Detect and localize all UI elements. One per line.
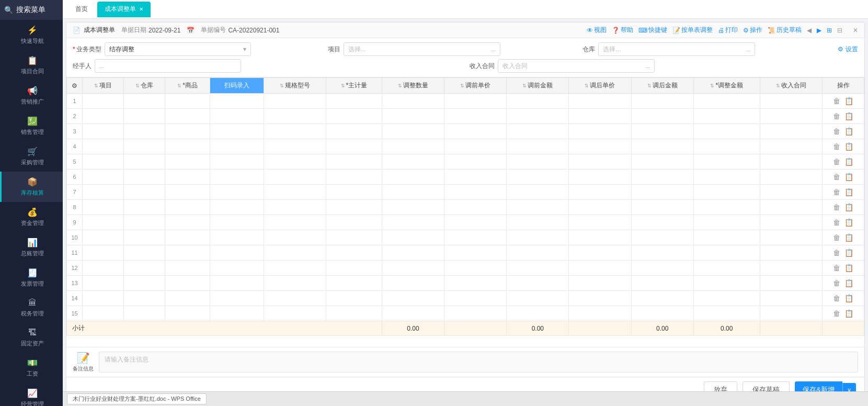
- cell-unit[interactable]: [326, 230, 382, 245]
- cell-project[interactable]: [83, 109, 124, 124]
- panel-close-icon[interactable]: ✕: [853, 27, 858, 34]
- cell-unit[interactable]: [326, 306, 382, 321]
- cell-project[interactable]: [83, 170, 124, 185]
- cell-adjust-qty[interactable]: [382, 185, 444, 200]
- cell-adjust-amount[interactable]: [693, 276, 760, 291]
- cell-before-amount[interactable]: [507, 200, 569, 215]
- sidebar-item-fund-management[interactable]: 💰资金管理: [0, 202, 63, 232]
- cell-unit[interactable]: [326, 245, 382, 261]
- cell-warehouse[interactable]: [123, 109, 165, 124]
- sidebar-search[interactable]: 🔍 搜索菜单: [0, 0, 63, 20]
- sidebar-item-sales-management[interactable]: 💹销售管理: [0, 111, 63, 141]
- delete-row-icon[interactable]: 🗑: [832, 308, 841, 319]
- delete-row-icon[interactable]: 🗑: [832, 187, 841, 197]
- copy-row-icon[interactable]: 📋: [843, 217, 854, 228]
- cell-income-contract[interactable]: [760, 185, 822, 200]
- cell-scan-input[interactable]: [210, 170, 264, 185]
- cell-adjust-qty[interactable]: [382, 215, 444, 230]
- cell-after-unit-price[interactable]: [569, 154, 631, 170]
- copy-row-icon[interactable]: 📋: [843, 278, 854, 288]
- cell-unit[interactable]: [326, 170, 382, 185]
- cell-before-unit-price[interactable]: [444, 306, 507, 321]
- calendar-icon[interactable]: 📅: [187, 27, 195, 34]
- cell-scan-input[interactable]: [210, 306, 264, 321]
- cell-before-amount[interactable]: [507, 306, 569, 321]
- cell-project[interactable]: [83, 94, 124, 109]
- cell-adjust-qty[interactable]: [382, 291, 444, 306]
- cell-project[interactable]: [83, 200, 124, 215]
- cell-warehouse[interactable]: [123, 306, 165, 321]
- delete-row-icon[interactable]: 🗑: [832, 156, 841, 167]
- cell-before-unit-price[interactable]: [444, 185, 507, 200]
- sidebar-item-inventory-accounting[interactable]: 📦库存核算: [0, 172, 63, 202]
- help-action[interactable]: ❓ 帮助: [612, 26, 633, 35]
- cell-spec[interactable]: [264, 200, 326, 215]
- cell-warehouse[interactable]: [123, 245, 165, 261]
- delete-row-icon[interactable]: 🗑: [832, 232, 841, 243]
- cell-spec[interactable]: [264, 306, 326, 321]
- cell-adjust-amount[interactable]: [693, 109, 760, 124]
- cell-after-amount[interactable]: [631, 185, 693, 200]
- cell-warehouse[interactable]: [123, 276, 165, 291]
- cell-adjust-amount[interactable]: [693, 139, 760, 154]
- cell-after-amount[interactable]: [631, 276, 693, 291]
- history-action[interactable]: 📜 历史草稿: [768, 26, 802, 35]
- cell-product[interactable]: [165, 261, 210, 276]
- cell-project[interactable]: [83, 185, 124, 200]
- cell-adjust-qty[interactable]: [382, 109, 444, 124]
- copy-row-icon[interactable]: 📋: [843, 96, 854, 106]
- cell-adjust-qty[interactable]: [382, 154, 444, 170]
- cell-before-unit-price[interactable]: [444, 245, 507, 261]
- delete-row-icon[interactable]: 🗑: [832, 141, 841, 152]
- cell-warehouse[interactable]: [123, 154, 165, 170]
- delete-row-icon[interactable]: 🗑: [832, 202, 841, 212]
- copy-row-icon[interactable]: 📋: [843, 247, 854, 258]
- cell-income-contract[interactable]: [760, 276, 822, 291]
- cell-after-unit-price[interactable]: [569, 230, 631, 245]
- cell-unit[interactable]: [326, 185, 382, 200]
- cell-product[interactable]: [165, 245, 210, 261]
- sidebar-item-sales-promotion[interactable]: 📢营销推广: [0, 81, 63, 111]
- cell-unit[interactable]: [326, 200, 382, 215]
- cell-unit[interactable]: [326, 94, 382, 109]
- cell-project[interactable]: [83, 124, 124, 139]
- settings-icon-form[interactable]: ⚙: [838, 46, 843, 53]
- cell-adjust-amount[interactable]: [693, 215, 760, 230]
- cell-product[interactable]: [165, 154, 210, 170]
- cell-adjust-amount[interactable]: [693, 261, 760, 276]
- cell-after-unit-price[interactable]: [569, 170, 631, 185]
- cell-scan-input[interactable]: [210, 230, 264, 245]
- cell-before-amount[interactable]: [507, 124, 569, 139]
- sidebar-item-purchase-management[interactable]: 🛒采购管理: [0, 141, 63, 172]
- cell-product[interactable]: [165, 276, 210, 291]
- col-scan-input[interactable]: 扫码录入: [210, 78, 264, 94]
- cell-before-unit-price[interactable]: [444, 215, 507, 230]
- sidebar-item-fixed-assets[interactable]: 🏗固定资产: [0, 323, 63, 353]
- cell-spec[interactable]: [264, 139, 326, 154]
- cell-warehouse[interactable]: [123, 200, 165, 215]
- cell-before-amount[interactable]: [507, 230, 569, 245]
- cell-adjust-amount[interactable]: [693, 230, 760, 245]
- cell-warehouse[interactable]: [123, 215, 165, 230]
- income-contract-input[interactable]: 收入合同 ...: [498, 59, 655, 73]
- cell-after-amount[interactable]: [631, 245, 693, 261]
- cell-unit[interactable]: [326, 154, 382, 170]
- delete-row-icon[interactable]: 🗑: [832, 111, 841, 121]
- sidebar-item-general-ledger[interactable]: 📊总账管理: [0, 232, 63, 263]
- tab-home[interactable]: 首页: [68, 2, 95, 17]
- cell-before-amount[interactable]: [507, 94, 569, 109]
- cell-scan-input[interactable]: [210, 215, 264, 230]
- cell-warehouse[interactable]: [123, 139, 165, 154]
- cell-unit[interactable]: [326, 276, 382, 291]
- cell-income-contract[interactable]: [760, 230, 822, 245]
- cell-before-unit-price[interactable]: [444, 139, 507, 154]
- cell-warehouse[interactable]: [123, 291, 165, 306]
- cell-spec[interactable]: [264, 185, 326, 200]
- cell-before-unit-price[interactable]: [444, 261, 507, 276]
- cell-product[interactable]: [165, 200, 210, 215]
- cell-income-contract[interactable]: [760, 306, 822, 321]
- cell-adjust-qty[interactable]: [382, 124, 444, 139]
- taskbar-item[interactable]: 木门行业好业财处理方案-墨红红.doc - WPS Office: [67, 393, 207, 404]
- sidebar-item-project-contract[interactable]: 📋项目合同: [0, 50, 63, 81]
- operations-action[interactable]: ⚙ 操作: [743, 26, 762, 35]
